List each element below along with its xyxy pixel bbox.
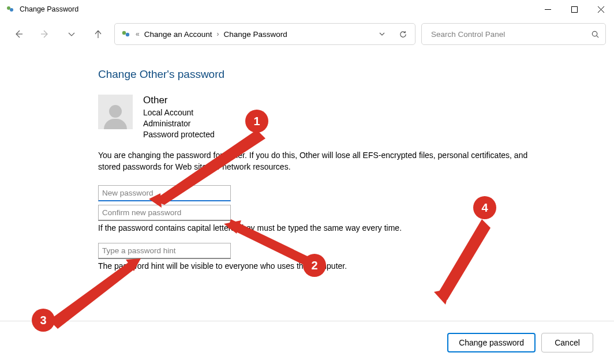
close-button[interactable] bbox=[587, 0, 614, 18]
forward-button[interactable] bbox=[35, 24, 55, 44]
window-title: Change Password bbox=[20, 5, 78, 13]
caps-note: If the password contains capital letters… bbox=[98, 223, 614, 232]
svg-point-1 bbox=[10, 8, 13, 12]
address-dropdown[interactable] bbox=[373, 25, 391, 43]
user-pw-state: Password protected bbox=[143, 129, 215, 140]
new-password-input[interactable] bbox=[98, 185, 231, 201]
content-area: Change Other's password Other Local Acco… bbox=[0, 51, 614, 271]
warning-text: You are changing the password for Other.… bbox=[98, 149, 537, 173]
avatar bbox=[98, 95, 133, 129]
password-hint-input[interactable] bbox=[98, 243, 231, 259]
address-bar[interactable]: « Change an Account › Change Password bbox=[114, 23, 415, 45]
toolbar: « Change an Account › Change Password bbox=[0, 18, 614, 51]
svg-marker-19 bbox=[434, 288, 450, 305]
chevron-right-icon: › bbox=[216, 30, 220, 38]
back-button[interactable] bbox=[8, 24, 29, 44]
up-button[interactable] bbox=[88, 24, 108, 44]
change-password-button[interactable]: Change password bbox=[447, 333, 536, 352]
app-icon bbox=[6, 5, 15, 14]
footer: Change password Cancel bbox=[0, 321, 614, 364]
user-type: Local Account bbox=[143, 107, 215, 118]
search-icon[interactable] bbox=[591, 30, 600, 39]
confirm-password-input[interactable] bbox=[98, 205, 231, 221]
breadcrumb-item[interactable]: Change an Account bbox=[144, 30, 212, 39]
breadcrumb-item[interactable]: Change Password bbox=[224, 30, 287, 39]
user-role: Administrator bbox=[143, 118, 215, 129]
breadcrumb-overflow[interactable]: « bbox=[134, 30, 141, 38]
search-box[interactable] bbox=[421, 23, 606, 45]
user-name: Other bbox=[143, 95, 215, 106]
recent-dropdown[interactable] bbox=[61, 24, 82, 44]
svg-marker-14 bbox=[49, 261, 136, 329]
hint-visibility-note: The password hint will be visible to eve… bbox=[98, 261, 614, 271]
page-title: Change Other's password bbox=[98, 68, 614, 81]
minimize-button[interactable] bbox=[534, 0, 561, 18]
svg-point-8 bbox=[122, 31, 126, 35]
svg-rect-3 bbox=[571, 6, 577, 12]
svg-point-10 bbox=[592, 31, 597, 36]
svg-line-11 bbox=[597, 35, 598, 37]
user-accounts-icon bbox=[121, 29, 131, 39]
title-bar: Change Password bbox=[0, 0, 614, 18]
search-input[interactable] bbox=[430, 29, 591, 39]
svg-point-0 bbox=[7, 6, 10, 10]
svg-point-9 bbox=[126, 33, 129, 36]
refresh-button[interactable] bbox=[394, 25, 411, 43]
cancel-button[interactable]: Cancel bbox=[541, 333, 593, 352]
maximize-button[interactable] bbox=[561, 0, 587, 18]
